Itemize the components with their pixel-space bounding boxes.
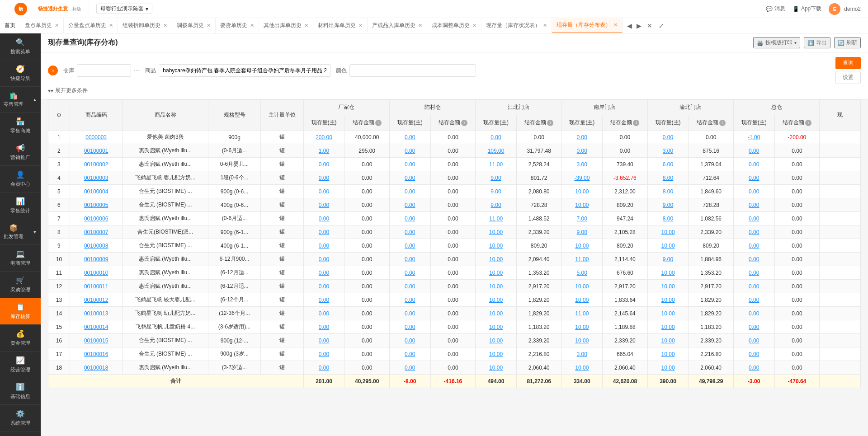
tab-product-in[interactable]: 产成品入库单历史 ✕: [368, 18, 427, 33]
info-icon[interactable]: i: [461, 120, 467, 126]
tab-close-icon[interactable]: ✕: [163, 23, 167, 28]
table-cell: 0.00: [774, 293, 820, 307]
store-selector[interactable]: 母婴行业演示陈套 ▾: [96, 4, 152, 14]
table-cell[interactable]: 0000003: [70, 131, 122, 144]
table-cell[interactable]: 00100016: [70, 347, 122, 361]
table-cell: 10.00: [476, 334, 517, 347]
table-cell: 0.00: [734, 253, 775, 266]
tab-close-icon[interactable]: ✕: [359, 23, 363, 28]
settings-btn[interactable]: 设置: [835, 71, 861, 84]
sidebar-item-member[interactable]: 👤 会员中心: [0, 166, 41, 192]
query-btn[interactable]: 查询: [835, 57, 861, 69]
sidebar-item-wholesale[interactable]: 📦 批发管理 ▼: [0, 219, 41, 245]
sidebar-item-nav[interactable]: 🧭 快捷导航: [0, 60, 41, 87]
tab-close-icon[interactable]: ✕: [304, 23, 308, 28]
message-icon: 💬: [766, 6, 773, 12]
print-btn[interactable]: 🖨️ 按模版打印 ▾: [753, 37, 800, 48]
table-cell[interactable]: 00100001: [70, 144, 122, 158]
tab-assembly[interactable]: 组装拆卸单历史 ✕: [118, 18, 172, 33]
table-cell[interactable]: 00100002: [70, 158, 122, 171]
refresh-btn[interactable]: 🔄 刷新: [834, 37, 861, 48]
table-cell[interactable]: 00100004: [70, 185, 122, 198]
warehouse-input[interactable]: [77, 64, 131, 77]
sidebar-item-retail-shop[interactable]: 🏪 零售商城: [0, 113, 41, 139]
table-cell: 809.20: [689, 239, 734, 253]
tab-material-out[interactable]: 材料出库单历史 ✕: [313, 18, 368, 33]
info-icon[interactable]: i: [805, 120, 811, 126]
table-cell[interactable]: 00100005: [70, 198, 122, 212]
sidebar-item-enterprise[interactable]: 🤝 企业协同: [0, 431, 41, 436]
sidebar-item-retail-mgmt[interactable]: 🛍️ 零售管理 ▲: [0, 87, 41, 113]
table-cell[interactable]: 00100013: [70, 307, 122, 320]
tab-close-icon[interactable]: ✕: [543, 23, 547, 28]
export-btn[interactable]: ⬇️ 导出: [804, 37, 830, 48]
tab-stock-status[interactable]: 现存量（库存状况表） ✕: [481, 18, 552, 33]
tab-close-icon[interactable]: ✕: [250, 23, 254, 28]
table-settings-icon[interactable]: ⚙: [53, 110, 64, 121]
table-cell[interactable]: 00100015: [70, 334, 122, 347]
sidebar-item-finance[interactable]: 💰 资金管理: [0, 325, 41, 352]
info-icon[interactable]: i: [375, 120, 382, 126]
sidebar-item-purchase[interactable]: 🛒 采购管理: [0, 272, 41, 298]
tab-close-icon[interactable]: ✕: [418, 23, 422, 28]
table-cell[interactable]: 00100003: [70, 171, 122, 185]
sidebar-item-basic-info[interactable]: ℹ️ 基础信息: [0, 378, 41, 405]
table-cell[interactable]: 00100007: [70, 225, 122, 239]
th-c5-qty: 现存量(主): [647, 115, 689, 131]
nav-close-all-icon[interactable]: ✕: [644, 21, 655, 30]
tab-close-icon[interactable]: ✕: [55, 23, 59, 28]
sidebar-item-retail-stats[interactable]: 📊 零售统计: [0, 192, 41, 219]
chevron-down-icon: ▼: [33, 230, 37, 234]
expand-filter-btn[interactable]: ›: [48, 66, 58, 75]
tab-other-out[interactable]: 其他出库单历史 ✕: [259, 18, 313, 33]
user-avatar[interactable]: E demo2: [829, 3, 861, 15]
tab-cost-adjust[interactable]: 成本调整单历史 ✕: [427, 18, 481, 33]
tab-close-icon[interactable]: ✕: [207, 23, 211, 28]
tab-close-icon[interactable]: ✕: [109, 23, 113, 28]
product-input[interactable]: [159, 64, 330, 77]
table-cell[interactable]: 00100008: [70, 239, 122, 253]
table-cell: 900g (0-6...: [208, 185, 260, 198]
table-cell: 2,917.20: [516, 280, 561, 293]
th-c1-qty: 现存量(主): [303, 115, 344, 131]
table-cell[interactable]: 00100006: [70, 212, 122, 225]
table-cell[interactable]: 00100012: [70, 293, 122, 307]
expand-conditions-btn[interactable]: ▾▾ 展开更多条件: [48, 87, 861, 94]
sidebar-item-operations[interactable]: 📈 经营管理: [0, 352, 41, 378]
info-icon[interactable]: i: [547, 120, 553, 126]
table-cell[interactable]: 00100011: [70, 280, 122, 293]
table-cell[interactable]: 00100014: [70, 320, 122, 334]
th-group-jiangbei: 江北门店: [476, 100, 561, 115]
info-icon[interactable]: i: [719, 120, 726, 126]
table-cell: 2,060.40: [516, 361, 561, 375]
app-download-btn[interactable]: 📱 App下载: [793, 5, 821, 13]
info-icon[interactable]: i: [633, 120, 639, 126]
table-cell: 飞鹤星飞帆 儿童奶粉 4...: [123, 320, 208, 334]
table-cell: 0.00: [390, 131, 431, 144]
nav-expand-icon[interactable]: ⤢: [656, 21, 667, 30]
tab-home[interactable]: 首页: [0, 18, 20, 33]
tab-inventory-check[interactable]: 盘点单历史 ✕: [20, 18, 64, 33]
tab-transfer[interactable]: 调拨单历史 ✕: [172, 18, 216, 33]
tab-close-icon[interactable]: ✕: [613, 22, 618, 28]
nav-next-icon[interactable]: ▶: [635, 21, 643, 30]
color-input[interactable]: [349, 64, 476, 77]
warehouse-ellipsis-btn[interactable]: ···: [134, 66, 140, 75]
table-cell: 0.00: [390, 212, 431, 225]
table-cell[interactable]: 00100010: [70, 266, 122, 280]
tab-partial-check[interactable]: 分量盘点单历史 ✕: [64, 18, 118, 33]
sidebar-item-marketing[interactable]: 📢 营销推广: [0, 139, 41, 166]
table-cell[interactable]: 00100018: [70, 361, 122, 375]
sidebar-item-system[interactable]: ⚙️ 系统管理: [0, 405, 41, 431]
table-cell: 0.00: [344, 171, 390, 185]
table-cell[interactable]: 00100009: [70, 253, 122, 266]
tab-requisition[interactable]: 要货单历史 ✕: [216, 18, 259, 33]
sidebar-item-inventory[interactable]: 📋 库存核算: [0, 298, 41, 325]
nav-prev-icon[interactable]: ◀: [625, 21, 634, 30]
tab-close-icon[interactable]: ✕: [472, 23, 476, 28]
sidebar-item-ecommerce[interactable]: 💻 电商管理: [0, 245, 41, 272]
table-cell: 0.00: [774, 347, 820, 361]
message-btn[interactable]: 💬 消息: [766, 5, 785, 13]
tab-stock-dist[interactable]: 现存量（库存分布表） ✕: [552, 18, 623, 33]
sidebar-item-search[interactable]: 🔍 搜索英单: [0, 33, 41, 60]
